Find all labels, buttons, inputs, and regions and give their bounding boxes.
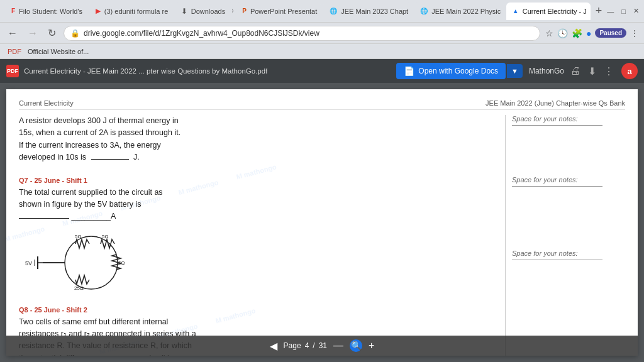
notes-divider-1 xyxy=(512,125,602,126)
lock-icon: 🔒 xyxy=(70,29,80,38)
notes-divider-2 xyxy=(512,186,602,187)
q7-text1: The total current supplied to the circui… xyxy=(19,187,497,199)
paused-badge: Paused xyxy=(595,28,626,38)
pdf-columns: A resistor develops 300 J of thermal ene… xyxy=(19,115,625,356)
page-current: 4 xyxy=(305,341,309,350)
page-prev-button[interactable]: ◀ xyxy=(270,340,277,352)
tab-jee2023[interactable]: 🌐 JEE Main 2023 Chapt × xyxy=(323,3,411,20)
pdf-download-icon[interactable]: ⬇ xyxy=(588,65,596,77)
q8-text1: Two cells of same emf but different inte… xyxy=(19,316,497,328)
tab-jee2022[interactable]: 🌐 JEE Main 2022 Physic × xyxy=(414,3,504,20)
extensions-icon[interactable]: 🧩 xyxy=(572,28,582,38)
address-text: drive.google.com/file/d/1ZrgKvgzN_avhrw4… xyxy=(84,29,319,38)
open-google-docs-label: Open with Google Docs xyxy=(418,67,498,75)
q6-blank xyxy=(91,159,129,160)
notes-label-3: Space for your notes: xyxy=(512,250,578,257)
bookmark-official[interactable]: Official Website of... xyxy=(28,48,89,55)
pdf-header-left: Current Electricity xyxy=(19,99,74,107)
q8-label: Q8 - 25 June - Shift 2 xyxy=(19,306,497,314)
pdf-more-icon[interactable]: ⋮ xyxy=(604,65,614,77)
profile-icon[interactable]: ● xyxy=(586,28,591,38)
open-google-docs-button[interactable]: 📄 Open with Google Docs xyxy=(396,63,506,79)
close-icon[interactable]: ✕ xyxy=(633,7,639,15)
page-slash: / xyxy=(313,341,314,350)
tab-eduniti[interactable]: ▶ (3) eduniti formula re × xyxy=(89,3,172,20)
page-navigation-bar: ◀ Page 4 / 31 — 🔍 + xyxy=(6,336,638,356)
svg-text:5Ω: 5Ω xyxy=(118,260,125,266)
search-button[interactable]: 🔍 xyxy=(350,339,362,352)
notes-label-2: Space for your notes: xyxy=(512,176,578,184)
q7-text3: _________A xyxy=(19,211,497,222)
tab-eduniti-icon: ▶ xyxy=(96,8,101,14)
page-label: Page xyxy=(284,341,301,350)
questions-column: A resistor develops 300 J of thermal ene… xyxy=(19,115,506,356)
maximize-icon[interactable]: □ xyxy=(621,8,626,15)
pdf-header-right: JEE Main 2022 (June) Chapter-wise Qs Ban… xyxy=(486,99,625,107)
mathongo-brand: MathonGo xyxy=(529,67,564,75)
tab-downloads-icon: ⬇ xyxy=(181,7,187,16)
zoom-in-button[interactable]: + xyxy=(369,340,374,351)
pdf-title-section: PDF Current Electricity - JEE Main 2022 … xyxy=(6,65,390,77)
q7-blank xyxy=(19,218,69,219)
tab-current-label: Current Electricity - J xyxy=(523,8,587,15)
tab-downloads[interactable]: ⬇ Downloads × xyxy=(175,3,234,20)
tab-ppt-label: PowerPoint Presentat xyxy=(250,8,317,15)
question-6-block: A resistor develops 300 J of thermal ene… xyxy=(19,115,497,164)
notes-section-2: Space for your notes: xyxy=(512,176,625,187)
bookmark-pdf-icon: PDF xyxy=(8,48,21,55)
new-tab-button[interactable]: + xyxy=(593,4,605,18)
history-icon[interactable]: 🕓 xyxy=(557,28,568,38)
pdf-header: Current Electricity JEE Main 2022 (June)… xyxy=(19,99,625,110)
notes-column: Space for your notes: Space for your not… xyxy=(506,115,625,356)
notes-section-3: Space for your notes: xyxy=(512,250,625,260)
tab-filo-label: Filo Student: World's xyxy=(19,8,82,15)
tab-jee2022-icon: 🌐 xyxy=(420,8,428,14)
tab-eduniti-label: (3) eduniti formula re xyxy=(104,8,169,15)
q6-text4: developed in 10s is J. xyxy=(19,151,497,163)
docs-icon: 📄 xyxy=(404,66,414,76)
tab-jee2023-label: JEE Main 2023 Chapt xyxy=(341,8,408,15)
q6-text3: If the current increases to 3A, the ener… xyxy=(19,140,497,151)
tab-downloads-label: Downloads xyxy=(191,8,225,15)
tab-ppt[interactable]: P PowerPoint Presentat × xyxy=(236,3,321,20)
back-button[interactable]: ← xyxy=(5,26,20,40)
user-profile-button[interactable]: a xyxy=(621,63,638,79)
notes-divider-3 xyxy=(512,260,602,260)
q6-text1: A resistor develops 300 J of thermal ene… xyxy=(19,115,497,127)
pdf-file-icon: PDF xyxy=(6,65,19,77)
notes-label-1: Space for your notes: xyxy=(512,115,578,123)
pdf-content: Current Electricity JEE Main 2022 (June)… xyxy=(6,89,638,356)
zoom-out-button[interactable]: — xyxy=(333,340,343,351)
open-docs-dropdown-arrow[interactable]: ▼ xyxy=(507,64,523,78)
svg-point-0 xyxy=(65,236,118,289)
question-7-block: Q7 - 25 June - Shift 1 The total current… xyxy=(19,177,497,297)
address-bar-row: ← → ↻ 🔒 drive.google.com/file/d/1ZrgKvgz… xyxy=(0,23,644,44)
svg-text:5V: 5V xyxy=(25,260,32,266)
q7-text2: shown in figure by the 5V battery is xyxy=(19,199,497,211)
pdf-title: Current Electricity - JEE Main 2022 ... … xyxy=(24,67,267,75)
tab-downloads-close[interactable]: × xyxy=(231,8,233,14)
svg-text:5Ω: 5Ω xyxy=(102,234,108,239)
window-controls: — □ ✕ xyxy=(607,7,639,15)
bookmark-icon[interactable]: ☆ xyxy=(545,28,553,38)
pdf-print-icon[interactable]: 🖨 xyxy=(570,65,580,77)
tab-filo[interactable]: F Filo Student: World's × xyxy=(5,3,87,20)
circuit-diagram-area: 5V 5Ω 5Ω 5Ω xyxy=(19,228,497,297)
page-info: Page 4 / 31 xyxy=(284,341,327,350)
bookmarks-bar: PDF Official Website of... xyxy=(0,44,644,59)
svg-text:25Ω: 25Ω xyxy=(74,285,84,291)
menu-icon[interactable]: ⋮ xyxy=(630,28,639,38)
address-bar[interactable]: 🔒 drive.google.com/file/d/1ZrgKvgzN_avhr… xyxy=(64,26,540,41)
forward-button[interactable]: → xyxy=(25,26,40,40)
tab-ppt-icon: P xyxy=(242,8,247,14)
q7-label: Q7 - 25 June - Shift 1 xyxy=(19,177,497,184)
tab-drive-icon: ▲ xyxy=(513,8,519,14)
browser-tabs-bar: F Filo Student: World's × ▶ (3) eduniti … xyxy=(0,0,644,23)
tab-jee2023-icon: 🌐 xyxy=(330,8,337,14)
minimize-icon[interactable]: — xyxy=(607,8,614,15)
tab-filo-icon: F xyxy=(11,8,15,14)
reload-button[interactable]: ↻ xyxy=(45,26,58,40)
pdf-page: M mathongo M mathongo M mathongo M matho… xyxy=(6,89,638,356)
q6-text2: 15s, when a current of 2A is passed thro… xyxy=(19,127,497,139)
tab-current-electricity[interactable]: ▲ Current Electricity - J × xyxy=(506,3,591,20)
